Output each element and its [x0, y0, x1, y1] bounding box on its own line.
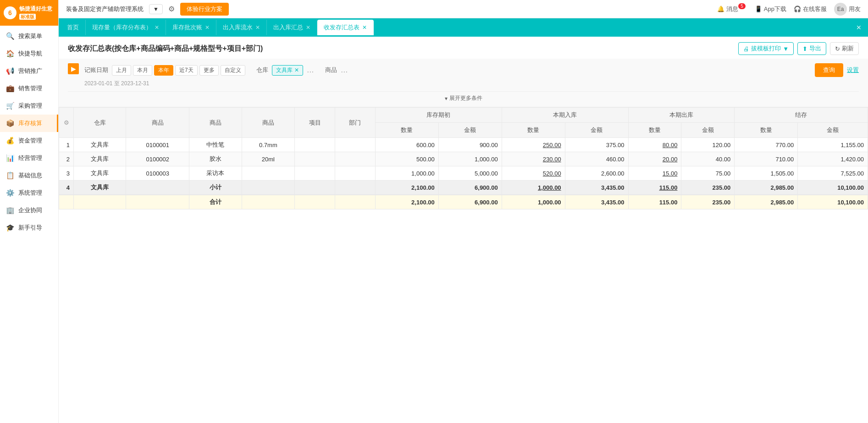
print-button[interactable]: 🖨 拔模板打印 ▼ [738, 42, 794, 55]
sidebar-item-search[interactable]: 🔍 搜索菜单 [0, 27, 58, 45]
sidebar-item-inventory[interactable]: 📦 库存核算 [0, 115, 58, 132]
total-spacer-6 [335, 195, 376, 209]
tab-home-label: 首页 [67, 23, 79, 32]
user-item[interactable]: Ea 用友 [834, 3, 861, 16]
export-button[interactable]: ⬆ 导出 [797, 42, 826, 55]
expand-icon: ▾ [445, 95, 448, 102]
row-in-qty[interactable]: 230.00 [502, 152, 565, 166]
table-settings-header[interactable]: ⚙ [59, 108, 74, 138]
row-spec: 20ml [242, 152, 295, 166]
notification-item[interactable]: 🔔 消息 5 [717, 5, 747, 13]
subtotal-out-qty[interactable]: 115.00 [628, 181, 681, 195]
trial-button[interactable]: 体验行业方案 [180, 3, 229, 16]
sidebar-item-basic[interactable]: 📋 基础信息 [0, 167, 58, 184]
row-dept [335, 152, 376, 166]
sidebar-item-purchase[interactable]: 🛒 采购管理 [0, 97, 58, 115]
tab-flow-label: 出入库流水 [223, 23, 253, 32]
tab-stock-dist-close[interactable]: ✕ [155, 24, 159, 31]
online-support-item[interactable]: 🎧 在线客服 [794, 5, 827, 13]
row-open-amt: 5,000.00 [438, 166, 502, 181]
tab-batch[interactable]: 库存批次账 ✕ [166, 20, 216, 35]
tab-recv-send[interactable]: 收发存汇总表 ✕ [317, 20, 374, 35]
top-header-left: 装备及固定资产辅助管理系统 ▼ ⚙ 体验行业方案 [66, 3, 229, 16]
warehouse-tag-text: 文具库 [276, 66, 293, 74]
sidebar-item-quicknav[interactable]: 🏠 快捷导航 [0, 45, 58, 62]
tab-bar-close[interactable]: ✕ [850, 20, 868, 35]
tab-summary-io[interactable]: 出入库汇总 ✕ [267, 20, 317, 35]
tab-bar: 首页 现存量（库存分布表） ✕ 库存批次账 ✕ 出入库流水 ✕ 出入库汇总 ✕ … [59, 18, 868, 37]
expand-filter-btn[interactable]: ▾ 展开更多条件 [445, 94, 482, 102]
sidebar-item-enterprise[interactable]: 🏢 企业协同 [0, 202, 58, 219]
table-footer: 合计 2,100.00 6,900.00 1,000.00 3,435.00 1… [59, 195, 868, 209]
row-code: 0100002 [126, 152, 189, 166]
date-btn-this-month[interactable]: 本月 [133, 65, 152, 76]
query-button[interactable]: 查询 [815, 63, 843, 77]
refresh-button[interactable]: ↻ 刷新 [830, 42, 859, 55]
warehouse-tag-close[interactable]: ✕ [294, 67, 299, 73]
row-out-qty[interactable]: 15.00 [628, 166, 681, 181]
row-out-qty[interactable]: 80.00 [628, 138, 681, 152]
sidebar-item-sales[interactable]: 💼 销售管理 [0, 80, 58, 97]
date-btn-more[interactable]: 更多 [199, 65, 219, 76]
tab-batch-close[interactable]: ✕ [205, 24, 210, 31]
row-project [295, 166, 335, 181]
system-select-dropdown[interactable]: ▼ [149, 4, 163, 14]
row-dept [335, 138, 376, 152]
system-title: 装备及固定资产辅助管理系统 [66, 5, 144, 13]
row-bal-amt: 1,155.00 [798, 138, 868, 152]
col-header-project: 项目 [295, 108, 335, 138]
date-btn-last-month[interactable]: 上月 [112, 65, 131, 76]
subheader-open-amt: 金额 [438, 123, 502, 138]
refresh-label: 刷新 [842, 44, 854, 53]
warehouse-filter-section: 仓库 文具库 ✕ … [256, 65, 314, 76]
export-label: 导出 [809, 44, 821, 53]
row-in-amt: 375.00 [565, 138, 628, 152]
subtotal-dept [335, 181, 376, 195]
tab-flow-close[interactable]: ✕ [255, 24, 260, 31]
date-btn-7days[interactable]: 近7天 [175, 65, 198, 76]
col-header-opening: 库存期初 [375, 108, 502, 123]
table-row: 2 文具库 0100002 胶水 20ml 500.00 1,000.00 23… [59, 152, 868, 166]
date-btn-this-year[interactable]: 本年 [154, 65, 173, 76]
sidebar-item-label: 系统管理 [18, 189, 42, 197]
basic-icon: 📋 [6, 171, 15, 180]
sidebar-item-finance[interactable]: 💰 资金管理 [0, 132, 58, 149]
expand-label: 展开更多条件 [449, 94, 482, 102]
total-out-qty: 115.00 [628, 195, 681, 209]
tab-stock-dist[interactable]: 现存量（库存分布表） ✕ [86, 20, 166, 35]
tab-flow[interactable]: 出入库流水 ✕ [216, 20, 267, 35]
total-label: 合计 [189, 195, 242, 209]
sidebar-item-newbie[interactable]: 🎓 新手引导 [0, 219, 58, 236]
date-range-row: 2023-01-01 至 2023-12-31 [84, 80, 859, 88]
notification-badge: 5 [738, 3, 746, 9]
finance-icon: 💰 [6, 137, 15, 145]
sidebar-logo: 6 畅捷通好生意 标准版 [0, 0, 58, 26]
chevron-down-icon: ▼ [783, 45, 789, 52]
gear-button[interactable]: ⚙ [168, 5, 175, 13]
row-out-amt: 75.00 [681, 166, 735, 181]
refresh-icon: ↻ [835, 45, 840, 52]
filter-toggle-btn[interactable]: ▶ [68, 63, 79, 74]
date-btn-custom[interactable]: 自定义 [221, 65, 245, 76]
row-no: 1 [59, 138, 74, 152]
row-out-qty[interactable]: 20.00 [628, 152, 681, 166]
row-no: 3 [59, 166, 74, 181]
search-icon: 🔍 [6, 32, 15, 40]
sidebar-item-label: 采购管理 [18, 102, 42, 110]
row-in-qty[interactable]: 250.00 [502, 138, 565, 152]
col-header-dept: 部门 [335, 108, 376, 138]
tab-recv-send-close[interactable]: ✕ [362, 24, 367, 31]
sidebar-item-marketing[interactable]: 📢 营销推广 [0, 62, 58, 80]
sidebar-item-operations[interactable]: 📊 经营管理 [0, 149, 58, 167]
tab-home[interactable]: 首页 [61, 20, 86, 35]
subtotal-in-qty[interactable]: 1,000.00 [502, 181, 565, 195]
tab-summary-io-close[interactable]: ✕ [306, 24, 310, 31]
warehouse-filter-more[interactable]: … [307, 66, 314, 74]
row-in-qty[interactable]: 520.00 [502, 166, 565, 181]
goods-filter-more[interactable]: … [341, 66, 348, 74]
app-download-item[interactable]: 📱 App下载 [755, 5, 786, 13]
sidebar-item-system[interactable]: ⚙️ 系统管理 [0, 184, 58, 202]
settings-link[interactable]: 设置 [847, 66, 859, 74]
row-warehouse: 文具库 [74, 138, 126, 152]
subtotal-bal-amt: 10,100.00 [798, 181, 868, 195]
